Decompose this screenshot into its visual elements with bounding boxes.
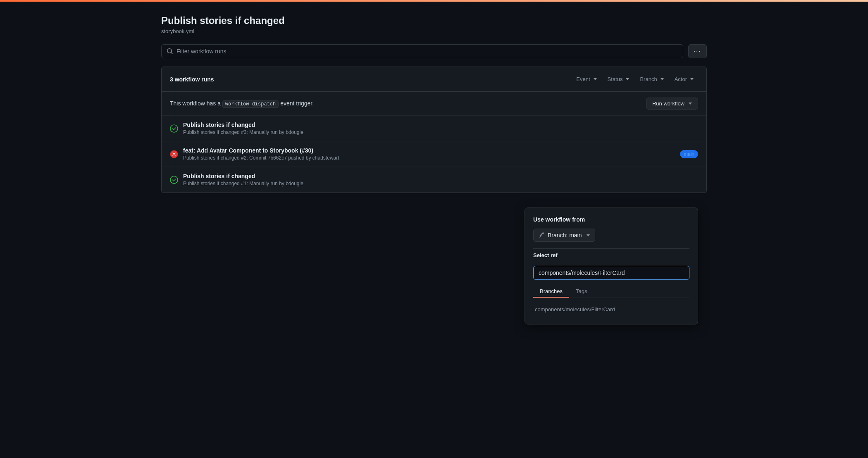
branch-selector-chevron-icon xyxy=(587,234,590,236)
status-filter-button[interactable]: Status xyxy=(603,74,634,85)
run-title: feat: Add Avatar Component to Storybook … xyxy=(183,147,675,154)
run-title: Publish stories if changed xyxy=(183,173,698,179)
branch-filter-button[interactable]: Branch xyxy=(635,74,668,85)
ref-tabs: Branches Tags xyxy=(533,286,689,298)
dispatch-code: workflow_dispatch xyxy=(222,100,279,108)
actor-filter-button[interactable]: Actor xyxy=(670,74,698,85)
workflow-dropdown: Use workflow from Branch: main Select re… xyxy=(525,208,698,324)
actor-chevron-icon xyxy=(690,78,694,80)
branches-tab[interactable]: Branches xyxy=(533,286,569,298)
page-subtitle: storybook.yml xyxy=(161,28,707,34)
search-icon xyxy=(167,48,173,55)
branch-selector-button[interactable]: Branch: main xyxy=(533,229,595,242)
table-row[interactable]: Publish stories if changed Publish stori… xyxy=(162,167,706,193)
run-meta: Publish stories if changed #2: Commit 7b… xyxy=(183,155,675,161)
more-options-button[interactable]: ··· xyxy=(688,44,707,58)
success-status-icon xyxy=(170,124,178,133)
workflow-header: 3 workflow runs Event Status Branch Acto… xyxy=(162,67,706,92)
filter-input-wrapper[interactable] xyxy=(161,44,683,58)
run-meta: Publish stories if changed #1: Manually … xyxy=(183,181,698,186)
filter-row: ··· xyxy=(161,44,707,58)
ref-result-item[interactable]: components/molecules/FilterCard xyxy=(533,303,689,316)
workflow-count: 3 workflow runs xyxy=(170,76,214,83)
event-chevron-icon xyxy=(594,78,597,80)
run-workflow-chevron-icon xyxy=(689,103,692,105)
dropdown-title: Use workflow from xyxy=(533,216,689,223)
workflow-panel: 3 workflow runs Event Status Branch Acto… xyxy=(161,67,707,193)
run-info: Publish stories if changed Publish stori… xyxy=(183,122,698,135)
run-workflow-button[interactable]: Run workflow xyxy=(646,98,698,110)
run-info: Publish stories if changed Publish stori… xyxy=(183,173,698,186)
dots-icon: ··· xyxy=(694,48,701,55)
page-container: Publish stories if changed storybook.yml… xyxy=(145,2,723,206)
table-row[interactable]: Publish stories if changed Publish stori… xyxy=(162,116,706,141)
branch-icon xyxy=(539,232,544,238)
run-info: feat: Add Avatar Component to Storybook … xyxy=(183,147,675,161)
branch-badge: main xyxy=(680,150,698,158)
branch-chevron-icon xyxy=(661,78,664,80)
svg-point-2 xyxy=(170,176,178,184)
filter-workflow-input[interactable] xyxy=(176,48,678,55)
ref-search-input[interactable] xyxy=(533,266,689,280)
event-filter-button[interactable]: Event xyxy=(572,74,601,85)
run-meta: Publish stories if changed #3: Manually … xyxy=(183,129,698,135)
table-row[interactable]: feat: Add Avatar Component to Storybook … xyxy=(162,141,706,167)
run-title: Publish stories if changed xyxy=(183,122,698,128)
dispatch-text: This workflow has a workflow_dispatch ev… xyxy=(170,100,314,107)
dispatch-banner: This workflow has a workflow_dispatch ev… xyxy=(162,92,706,116)
svg-point-0 xyxy=(170,125,178,132)
status-chevron-icon xyxy=(626,78,629,80)
success-status-icon xyxy=(170,176,178,184)
page-title: Publish stories if changed xyxy=(161,15,707,26)
filter-buttons: Event Status Branch Actor xyxy=(572,74,698,85)
select-ref-title: Select ref xyxy=(533,248,689,262)
branch-selector-label: Branch: main xyxy=(548,232,582,239)
error-status-icon xyxy=(170,150,178,158)
tags-tab[interactable]: Tags xyxy=(569,286,594,298)
